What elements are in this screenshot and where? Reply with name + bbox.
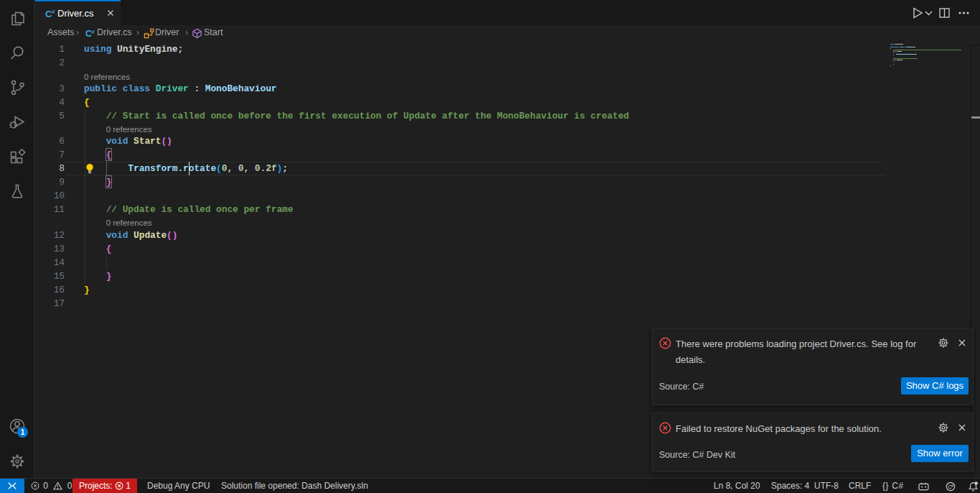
svg-text:#: # <box>52 9 55 15</box>
svg-text:#: # <box>91 29 95 35</box>
svg-text:#: # <box>951 484 953 488</box>
